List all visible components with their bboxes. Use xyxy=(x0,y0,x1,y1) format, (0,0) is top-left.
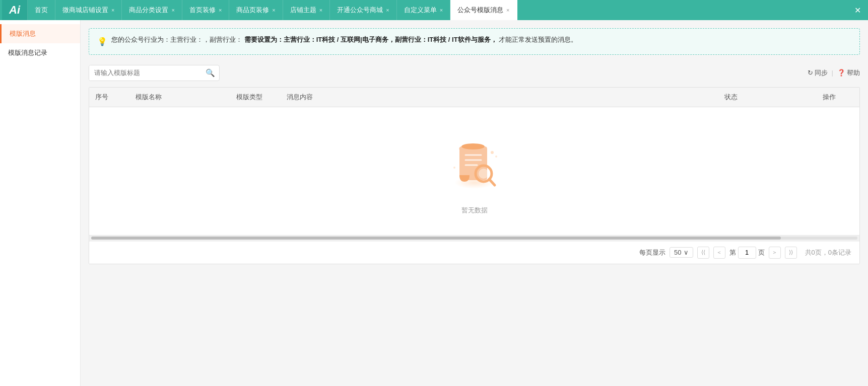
tab-close-product[interactable]: × xyxy=(272,7,275,13)
page-size-select[interactable]: 50 ∨ xyxy=(670,247,693,258)
tab-item-shop[interactable]: 微商城店铺设置 × xyxy=(55,0,122,20)
help-icon: ❓ xyxy=(837,69,845,76)
page-label: 页 xyxy=(758,248,765,257)
main-content: 💡 您的公众号行业为：主营行业：，副营行业： 需要设置为：主营行业：IT科技 /… xyxy=(81,20,868,386)
search-bar: 🔍 ↻ 同步 | ❓ 帮助 xyxy=(89,65,860,81)
tab-close-homepage[interactable]: × xyxy=(219,7,222,13)
tab-label-homepage: 首页装修 xyxy=(189,6,216,15)
tab-item-home[interactable]: 首页 xyxy=(28,0,55,20)
search-right-actions: ↻ 同步 | ❓ 帮助 xyxy=(808,68,860,78)
logo-text: Ai xyxy=(9,4,20,17)
tab-close-shop[interactable]: × xyxy=(111,7,114,13)
empty-illustration xyxy=(444,137,505,198)
page-di-label: 第 xyxy=(729,248,736,257)
scrollbar-track xyxy=(91,237,857,240)
tab-item-menu[interactable]: 自定义菜单 × xyxy=(397,0,450,20)
help-label: 帮助 xyxy=(847,68,860,78)
notice-bold: 需要设置为：主营行业：IT科技 / 互联网|电子商务，副营行业：IT科技 / I… xyxy=(244,36,497,43)
svg-point-1 xyxy=(461,143,485,149)
tab-close-mall[interactable]: × xyxy=(386,7,389,13)
search-input[interactable] xyxy=(89,65,201,81)
svg-point-9 xyxy=(495,156,497,158)
search-button[interactable]: 🔍 xyxy=(201,65,219,81)
prev-page-button[interactable]: ＜ xyxy=(713,247,725,259)
tab-label-product: 商品页装修 xyxy=(236,6,269,15)
help-button[interactable]: ❓ 帮助 xyxy=(837,68,860,78)
tab-bar: Ai 首页 微商城店铺设置 × 商品分类设置 × 首页装修 × 商品页装修 × … xyxy=(0,0,868,20)
tab-item-theme[interactable]: 店铺主题 × xyxy=(283,0,330,20)
tab-close-menu[interactable]: × xyxy=(440,7,443,13)
empty-state: 暂无数据 xyxy=(89,107,859,235)
scrollbar-area[interactable] xyxy=(89,235,859,241)
page-size-value: 50 xyxy=(674,249,681,256)
tab-label-template: 公众号模版消息 xyxy=(457,6,503,15)
tab-item-mall[interactable]: 开通公众号商城 × xyxy=(330,0,396,20)
tab-item-product[interactable]: 商品页装修 × xyxy=(229,0,283,20)
th-name: 模版名称 xyxy=(129,88,230,107)
page-input-wrap: 第 页 xyxy=(729,247,765,259)
tab-label-theme: 店铺主题 xyxy=(290,6,316,15)
logo-tab: Ai xyxy=(2,0,28,20)
layout: 模版消息 模版消息记录 💡 您的公众号行业为：主营行业：，副营行业： 需要设置为… xyxy=(0,20,868,386)
scrollbar-thumb[interactable] xyxy=(91,237,781,240)
sync-icon: ↻ xyxy=(808,69,813,76)
tab-label-shop: 微商城店铺设置 xyxy=(62,6,108,15)
table-header: 序号 模版名称 模版类型 消息内容 状态 操作 xyxy=(89,88,859,107)
th-action: 操作 xyxy=(799,88,859,107)
page-size-label: 每页显示 xyxy=(639,248,665,257)
table-wrap: 序号 模版名称 模版类型 消息内容 状态 操作 xyxy=(89,87,860,264)
notice-text: 您的公众号行业为：主营行业：，副营行业： 需要设置为：主营行业：IT科技 / 互… xyxy=(111,35,577,45)
page-total: 共0页，0条记录 xyxy=(805,248,851,257)
divider: | xyxy=(832,69,833,76)
sidebar-label-template-msg: 模版消息 xyxy=(10,30,36,37)
th-type: 模版类型 xyxy=(230,88,281,107)
th-seq: 序号 xyxy=(89,88,129,107)
pagination: 每页显示 50 ∨ ⟨⟨ ＜ 第 页 ＞ ⟩⟩ 共0页，0条记录 xyxy=(89,241,859,264)
chevron-down-icon: ∨ xyxy=(684,249,689,256)
tab-label-menu: 自定义菜单 xyxy=(404,6,437,15)
tab-close-template[interactable]: × xyxy=(506,7,509,13)
sync-button[interactable]: ↻ 同步 xyxy=(808,68,828,78)
tab-label-home: 首页 xyxy=(35,6,48,15)
next-page-button[interactable]: ＞ xyxy=(769,247,781,259)
tab-close-category[interactable]: × xyxy=(171,7,174,13)
sidebar-item-template-record[interactable]: 模版消息记录 xyxy=(0,43,80,62)
tab-bar-close-btn[interactable]: ✕ xyxy=(849,6,866,15)
sidebar-label-template-record: 模版消息记录 xyxy=(8,49,47,56)
notice-suffix: 才能正常发送预置的消息。 xyxy=(499,36,577,43)
tab-close-theme[interactable]: × xyxy=(319,7,322,13)
sidebar-item-template-msg[interactable]: 模版消息 xyxy=(0,24,80,43)
tab-item-homepage[interactable]: 首页装修 × xyxy=(182,0,229,20)
first-page-button[interactable]: ⟨⟨ xyxy=(697,247,709,259)
th-content: 消息内容 xyxy=(281,88,718,107)
tab-label-mall: 开通公众号商城 xyxy=(337,6,383,15)
notice-prefix: 您的公众号行业为：主营行业：，副营行业： xyxy=(111,36,242,43)
notice-box: 💡 您的公众号行业为：主营行业：，副营行业： 需要设置为：主营行业：IT科技 /… xyxy=(89,28,860,55)
svg-point-10 xyxy=(453,167,455,169)
tab-item-template[interactable]: 公众号模版消息 × xyxy=(450,0,517,20)
svg-point-6 xyxy=(479,169,489,179)
last-page-button[interactable]: ⟩⟩ xyxy=(785,247,797,259)
page-number-input[interactable] xyxy=(738,247,756,259)
sync-label: 同步 xyxy=(815,68,828,78)
search-input-wrap: 🔍 xyxy=(89,65,220,81)
notice-bulb-icon: 💡 xyxy=(97,35,107,48)
empty-text: 暂无数据 xyxy=(461,206,488,215)
tab-item-category[interactable]: 商品分类设置 × xyxy=(122,0,182,20)
tab-label-category: 商品分类设置 xyxy=(129,6,168,15)
th-status: 状态 xyxy=(718,88,799,107)
sidebar: 模版消息 模版消息记录 xyxy=(0,20,81,386)
svg-point-8 xyxy=(491,151,494,154)
